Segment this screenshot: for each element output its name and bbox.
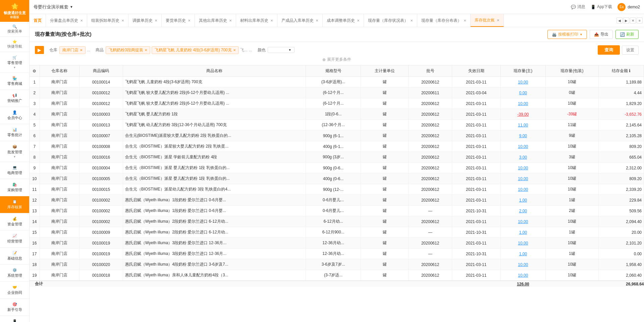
row-stock-main[interactable]: 9.00	[500, 130, 545, 141]
tab-stock-status[interactable]: 现存量（库存状况表） ✕	[364, 14, 417, 27]
close-require-icon[interactable]: ✕	[188, 19, 191, 22]
sidebar-item-finance[interactable]: 💰 资金管理	[0, 213, 29, 230]
sidebar-item-ecommerce[interactable]: 💻 电商管理	[0, 162, 29, 179]
tab-cost-adjust[interactable]: 成本调整单历史 ✕	[323, 14, 364, 27]
row-stock-main[interactable]: 11.00	[500, 120, 545, 130]
row-stock-main[interactable]: 10.00	[500, 163, 545, 173]
row-stock-main[interactable]: 10.00	[500, 184, 545, 195]
close-split-stock-icon[interactable]: ✕	[80, 19, 83, 22]
close-batch-account-icon[interactable]: ✕	[497, 18, 499, 22]
sidebar-logo[interactable]: 🌟 畅捷通好生意 标题版	[0, 0, 29, 22]
tab-close-btn[interactable]: ✕	[630, 17, 636, 23]
row-batch: —	[409, 249, 452, 259]
sidebar-item-retail[interactable]: 🛒 零售管理 ▼	[0, 52, 29, 73]
tab-split-stock[interactable]: 分量盘点单历史 ✕	[46, 14, 87, 27]
row-amount: -3,652.76	[598, 109, 644, 120]
col-batch: 批号	[409, 65, 452, 77]
product-tag-1[interactable]: 飞鹤星飞帆 儿童奶粉 4段(3-6岁适用) 700克 ✕	[152, 46, 239, 54]
tab-disassemble[interactable]: 组装拆卸单历史 ✕	[87, 14, 128, 27]
row-stock-main[interactable]: 2.00	[500, 206, 545, 216]
sidebar-item-app-center[interactable]: 📱 应用中心	[0, 316, 29, 322]
row-stock-main[interactable]: 10.00	[500, 270, 545, 281]
sidebar-item-retail-stats[interactable]: 📊 零售统计	[0, 124, 29, 141]
settings-btn[interactable]: 设置	[622, 46, 639, 55]
close-cost-adjust-icon[interactable]: ✕	[357, 19, 360, 22]
row-expire: 2021-03-11	[452, 238, 500, 249]
col-settings[interactable]: ⚙	[30, 65, 40, 77]
row-unit: 罐	[361, 109, 409, 120]
row-stock-main[interactable]: 0.00	[500, 88, 545, 98]
message-btn[interactable]: 💬 消息	[571, 4, 585, 10]
table-row: 4 南岸门店 00100003 飞鹤星飞帆 婴儿配方奶粉 1段 1段(0-6..…	[30, 109, 644, 120]
close-other-out-icon[interactable]: ✕	[229, 19, 232, 22]
close-material-out-icon[interactable]: ✕	[270, 19, 273, 22]
tab-product-in[interactable]: 产成品入库单历史 ✕	[277, 14, 323, 27]
filter-collapse-btn[interactable]: ▶	[35, 46, 44, 54]
tab-require[interactable]: 要货单历史 ✕	[162, 14, 195, 27]
tab-batch-account[interactable]: 库存批次账 ✕	[471, 14, 504, 27]
warehouse-ellipsis[interactable]: ...	[87, 48, 90, 52]
tab-other-out[interactable]: 其他出库单历史 ✕	[195, 14, 236, 27]
sidebar-search-btn[interactable]: 🔍 搜索英单	[0, 22, 29, 37]
refresh-label: 刷新	[626, 32, 634, 37]
template-print-btn[interactable]: 🖨️ 按模板打印 ▼	[547, 30, 587, 39]
product-tag-0[interactable]: 飞鹤奶粉3段两提装 ✕	[106, 46, 150, 54]
tab-menu-btn[interactable]: ≡	[637, 17, 643, 23]
expand-more-btn[interactable]: ⊕ 展开更多条件	[35, 55, 639, 63]
close-stock-status-icon[interactable]: ✕	[410, 19, 413, 22]
refresh-btn[interactable]: 🔄 刷新	[615, 30, 639, 39]
row-stock-main[interactable]: 10.00	[500, 77, 545, 88]
row-stock-main[interactable]: 10.00	[500, 259, 545, 270]
close-product-in-icon[interactable]: ✕	[316, 19, 318, 22]
row-warehouse: 南岸门店	[40, 141, 79, 152]
product-tag-1-close-icon[interactable]: ✕	[233, 48, 236, 52]
sidebar-item-purchase[interactable]: 🛍️ 采购管理	[0, 179, 29, 196]
sidebar-item-member[interactable]: 👤 会员中心	[0, 107, 29, 124]
row-stock-main[interactable]: 1.00	[500, 227, 545, 238]
row-stock-main[interactable]: 10.00	[500, 98, 545, 109]
expand-icon: ⊕	[322, 57, 326, 62]
row-stock-main[interactable]: -39.00	[500, 109, 545, 120]
sidebar-item-wholesale[interactable]: 📦 批发管理 ▼	[0, 141, 29, 162]
row-amount: 2,312.00	[598, 163, 644, 173]
row-stock-main[interactable]: 10.00	[500, 238, 545, 249]
product-more[interactable]: ...	[249, 48, 252, 52]
row-stock-main[interactable]: 1.00	[500, 195, 545, 206]
tab-next-btn[interactable]: ▶	[623, 17, 629, 23]
close-disassemble-icon[interactable]: ✕	[121, 19, 124, 22]
product-in-label: 产成品入库单历史	[281, 18, 314, 23]
row-stock-main[interactable]: 10.00	[500, 173, 545, 184]
tab-pick[interactable]: 调拨单历史 ✕	[128, 14, 162, 27]
industry-selector[interactable]: 母婴行业演示账套 ▼	[34, 4, 73, 10]
row-stock-main[interactable]: 3.00	[500, 152, 545, 163]
sidebar-item-retail-mall[interactable]: 🏪 零售商城	[0, 73, 29, 90]
sidebar-item-operation[interactable]: 📈 经营管理	[0, 230, 29, 248]
row-stock-main[interactable]: 10.00	[500, 141, 545, 152]
row-stock-main[interactable]: 10.00	[500, 216, 545, 227]
sidebar-item-system[interactable]: ⚙️ 系统管理	[0, 265, 29, 282]
product-tag-0-close-icon[interactable]: ✕	[145, 48, 147, 52]
tab-material-out[interactable]: 材料出库单历史 ✕	[236, 14, 277, 27]
query-btn[interactable]: 查询	[598, 45, 620, 55]
close-pick-icon[interactable]: ✕	[155, 19, 157, 22]
tab-stock-dist[interactable]: 现存量（库存分布表） ✕	[417, 14, 471, 27]
tab-prev-btn[interactable]: ◀	[616, 17, 623, 23]
row-stock-main[interactable]: 1.00	[500, 249, 545, 259]
marketing-icon: 📢	[12, 93, 17, 98]
user-info[interactable]: Ea demo2	[618, 3, 640, 11]
app-download-btn[interactable]: 📱 App下载	[591, 4, 612, 10]
warehouse-tag-close-icon[interactable]: ✕	[80, 48, 83, 52]
sidebar-item-guide[interactable]: 🎯 新手引导	[0, 299, 29, 316]
row-amount: 1,189.88	[598, 77, 644, 88]
export-btn[interactable]: 📤 导出	[590, 30, 613, 39]
sidebar-item-inventory[interactable]: 📋 库存核算	[0, 196, 29, 213]
sidebar-item-cooperation[interactable]: 🤝 企业协同	[0, 282, 29, 299]
row-amount: 20.00	[598, 227, 644, 238]
sidebar-item-basic[interactable]: 📝 基础信息	[0, 248, 29, 265]
color-dropdown[interactable]: ▼	[268, 47, 294, 53]
close-stock-dist-icon[interactable]: ✕	[464, 19, 466, 22]
tab-home[interactable]: 首页	[30, 14, 46, 27]
quick-nav-btn[interactable]: ⭐ 快捷导航	[0, 37, 29, 52]
warehouse-tag[interactable]: 南岸门店 ✕	[59, 46, 86, 54]
sidebar-item-marketing[interactable]: 📢 营销推广	[0, 90, 29, 107]
